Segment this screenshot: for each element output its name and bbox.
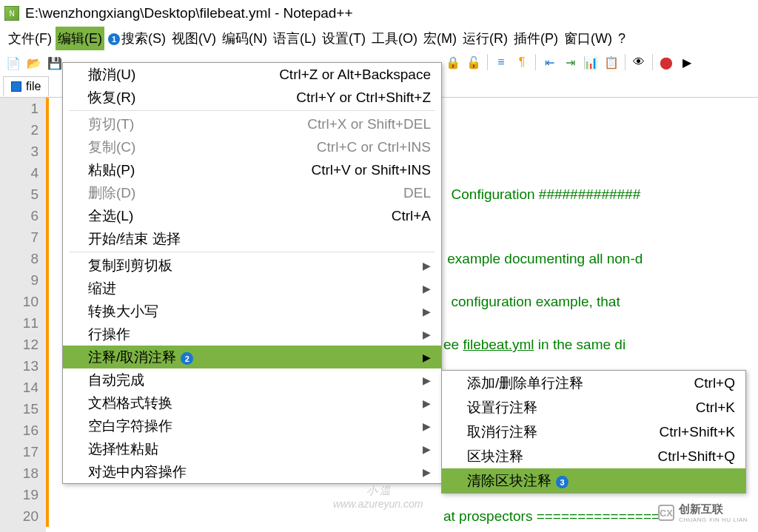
menu-edit[interactable]: 编辑(E) <box>56 27 104 50</box>
tab-label: file <box>26 80 41 93</box>
badge-3-icon: 3 <box>556 476 568 488</box>
chevron-right-icon: ▶ <box>423 374 431 386</box>
badge-2-icon: 2 <box>181 352 193 365</box>
open-file-icon[interactable]: 📂 <box>25 54 43 72</box>
chevron-right-icon: ▶ <box>423 397 431 409</box>
menu-case[interactable]: 转换大小写▶ <box>63 300 441 323</box>
watermark-icon: CX <box>658 505 674 521</box>
line-gutter: 1234567891011121314151617181920 <box>0 98 46 532</box>
menu-help[interactable]: ? <box>616 28 628 50</box>
menu-file[interactable]: 文件(F) <box>6 27 54 50</box>
toolbar-outdent-icon[interactable]: ⇥ <box>561 53 579 71</box>
toolbar-sep2 <box>535 54 536 70</box>
code-line: configuration example, that <box>443 291 758 312</box>
chevron-right-icon: ▶ <box>423 420 431 432</box>
menu-selectall[interactable]: 全选(L)Ctrl+A <box>63 204 441 227</box>
menu-plugins[interactable]: 插件(P) <box>512 27 560 50</box>
chevron-right-icon: ▶ <box>423 306 431 317</box>
menu-tools[interactable]: 工具(O) <box>369 27 420 50</box>
code-line: Configuration ############# <box>443 183 758 205</box>
toolbar-play-icon[interactable]: ▶ <box>678 53 696 71</box>
menu-search[interactable]: 1搜索(S) <box>106 27 168 50</box>
menu-docformat[interactable]: 文档格式转换▶ <box>63 391 441 414</box>
watermark: CX 创新互联 CHUANG XIN HU LIAN <box>658 502 748 523</box>
chevron-right-icon: ▶ <box>423 351 431 363</box>
submenu-clear-block[interactable]: 清除区块注释3 <box>442 468 745 493</box>
code-line: ee ee filebeat.yml in the same difilebea… <box>443 334 758 355</box>
chevron-right-icon: ▶ <box>423 329 431 340</box>
badge-1-icon: 1 <box>108 33 120 45</box>
toolbar-sep4 <box>652 54 653 70</box>
menu-copy[interactable]: 复制(C)Ctrl+C or Ctrl+INS <box>63 135 441 158</box>
chevron-right-icon: ▶ <box>423 443 431 455</box>
menu-sep <box>69 110 435 111</box>
menu-indent[interactable]: 缩进▶ <box>63 277 441 300</box>
toolbar-icon-b[interactable]: 🔓 <box>465 53 483 71</box>
app-icon: N <box>4 6 19 21</box>
comment-submenu: 添加/删除单行注释Ctrl+Q 设置行注释Ctrl+K 取消行注释Ctrl+Sh… <box>441 370 746 494</box>
menu-pastespecial[interactable]: 选择性粘贴▶ <box>63 437 441 460</box>
tab-save-icon <box>11 81 21 92</box>
submenu-cancel-line[interactable]: 取消行注释Ctrl+Shift+K <box>442 420 745 444</box>
window-title: E:\wenzhongxiang\Desktop\filebeat.yml - … <box>25 5 353 21</box>
menu-view[interactable]: 视图(V) <box>170 27 218 50</box>
change-marker <box>46 98 49 527</box>
menu-undo[interactable]: 撤消(U)Ctrl+Z or Alt+Backspace <box>63 63 441 86</box>
chevron-right-icon: ▶ <box>423 466 431 478</box>
menu-cut[interactable]: 剪切(T)Ctrl+X or Shift+DEL <box>63 112 441 135</box>
toolbar-doc-icon[interactable]: 📋 <box>603 53 620 71</box>
menu-beginend[interactable]: 开始/结束 选择 <box>63 227 441 250</box>
menu-paste[interactable]: 粘贴(P)Ctrl+V or Shift+INS <box>63 158 441 181</box>
toolbar-record-icon[interactable]: ⬤ <box>657 53 675 71</box>
toolbar-pilcrow-icon[interactable]: ¶ <box>513 53 531 71</box>
chevron-right-icon: ▶ <box>423 260 431 272</box>
toolbar-eye-icon[interactable]: 👁 <box>630 53 648 71</box>
submenu-block[interactable]: 区块注释Ctrl+Shift+Q <box>442 444 745 468</box>
submenu-set-line[interactable]: 设置行注释Ctrl+K <box>442 395 745 420</box>
menu-redo[interactable]: 恢复(R)Ctrl+Y or Ctrl+Shift+Z <box>63 86 441 109</box>
toolbar-sep <box>487 54 488 70</box>
menu-macro[interactable]: 宏(M) <box>421 27 459 50</box>
menu-autocomplete[interactable]: 自动完成▶ <box>63 368 441 391</box>
menu-language[interactable]: 语言(L) <box>271 27 318 50</box>
code-line: example documenting all non-d <box>443 248 758 269</box>
menu-lineops[interactable]: 行操作▶ <box>63 323 441 346</box>
menu-encoding[interactable]: 编码(N) <box>220 27 269 50</box>
toolbar-icon-a[interactable]: 🔒 <box>444 53 462 71</box>
menu-delete[interactable]: 删除(D)DEL <box>63 181 441 204</box>
menu-sep <box>69 252 435 252</box>
menu-copytoclip[interactable]: 复制到剪切板▶ <box>63 254 441 277</box>
chevron-right-icon: ▶ <box>423 283 431 294</box>
submenu-toggle-line[interactable]: 添加/删除单行注释Ctrl+Q <box>442 371 745 395</box>
menu-window[interactable]: 窗口(W) <box>562 27 614 50</box>
toolbar-sep3 <box>625 54 625 70</box>
toolbar-indent-icon[interactable]: ≡ <box>492 53 510 71</box>
title-bar: N E:\wenzhongxiang\Desktop\filebeat.yml … <box>0 0 758 27</box>
menu-run[interactable]: 运行(R) <box>460 27 510 50</box>
menu-whitespace[interactable]: 空白字符操作▶ <box>63 414 441 437</box>
menu-comment[interactable]: 注释/取消注释2▶ <box>63 346 441 368</box>
edit-dropdown: 撤消(U)Ctrl+Z or Alt+Backspace 恢复(R)Ctrl+Y… <box>62 62 442 484</box>
toolbar-chart-icon[interactable]: 📊 <box>582 53 600 71</box>
file-tab[interactable]: file <box>3 76 49 96</box>
toolbar-indent2-icon[interactable]: ⇤ <box>540 53 558 71</box>
menu-selectionops[interactable]: 对选中内容操作▶ <box>63 460 441 483</box>
menu-settings[interactable]: 设置(T) <box>320 27 368 50</box>
save-icon[interactable]: 💾 <box>46 54 64 72</box>
watermark-faint: 小·温 www.azureyun.com <box>333 485 423 510</box>
new-file-icon[interactable]: 📄 <box>4 54 22 72</box>
menu-bar: 文件(F) 编辑(E) 1搜索(S) 视图(V) 编码(N) 语言(L) 设置(… <box>0 27 758 50</box>
